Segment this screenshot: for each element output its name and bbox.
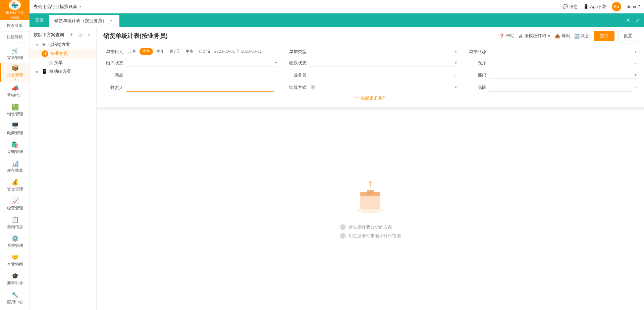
wholesale-label: 批发管理 bbox=[7, 72, 23, 78]
sidebar-item-appstore[interactable]: 🔧 应用中心 bbox=[0, 289, 29, 307]
settlement-label: 结算方式 bbox=[283, 85, 307, 91]
tree-by-salesperson[interactable]: 按 按业务员 bbox=[30, 49, 96, 58]
date-tab-last-month[interactable]: 上月 bbox=[126, 48, 138, 55]
receiver-more-btn[interactable]: ··· bbox=[274, 85, 278, 90]
query-btn[interactable]: 查询 bbox=[594, 31, 614, 41]
tree-desktop[interactable]: ▼ 🖥 电脑端方案 bbox=[30, 40, 96, 49]
refresh-btn[interactable]: 🔄 刷新 bbox=[574, 33, 590, 39]
settlement-dropdown-icon: ▼ bbox=[454, 86, 458, 89]
settlement-field: × ▼ bbox=[309, 84, 458, 91]
sidebar-item-system[interactable]: ⚙️ 系统管理 bbox=[0, 232, 29, 251]
maximize-btn[interactable]: ⤢ bbox=[633, 16, 641, 24]
date-tab-custom[interactable]: 自定义 bbox=[197, 48, 213, 55]
salesperson-more-btn[interactable]: ··· bbox=[454, 73, 458, 78]
help-btn[interactable]: ❓ 帮助 bbox=[499, 33, 515, 39]
appstore-label: 应用中心 bbox=[7, 299, 23, 305]
topbar: 办公用品行业模拟账套 ▼ 💬 消息 📱 App下载 Ea demo2 bbox=[30, 0, 644, 13]
inventory-icon: 📊 bbox=[11, 160, 19, 167]
search-menu-label[interactable]: 搜索菜单 bbox=[0, 23, 29, 29]
brand-more-btn[interactable]: ··· bbox=[634, 85, 637, 90]
quick-nav-area[interactable]: 快捷导航 bbox=[0, 32, 29, 43]
settlement-clear-btn[interactable]: × bbox=[311, 85, 315, 90]
left-panel-header: 按以下方案查询 + ⊙ « bbox=[30, 30, 96, 40]
brand-input[interactable] bbox=[489, 84, 633, 92]
date-tab-more[interactable]: 更多 bbox=[183, 48, 196, 55]
marketing-icon: 📣 bbox=[11, 85, 19, 92]
message-btn[interactable]: 💬 消息 bbox=[562, 4, 578, 10]
system-label: 系统管理 bbox=[7, 243, 23, 249]
tree-by-order[interactable]: ⊞ 按单 bbox=[30, 58, 96, 67]
sidebar-item-retail[interactable]: 🛒 零售管理 bbox=[0, 44, 29, 63]
collapse-more-btn[interactable]: ⌃⌃ 收起更多条件 bbox=[103, 93, 637, 103]
receiver-input[interactable] bbox=[126, 83, 274, 92]
department-label: 部门 bbox=[463, 72, 486, 78]
tab-close-btn[interactable]: × bbox=[109, 18, 114, 23]
add-scheme-btn[interactable]: + bbox=[68, 32, 75, 38]
date-tab-this-year[interactable]: 本年 bbox=[154, 48, 166, 55]
operation-icon: 📈 bbox=[11, 197, 19, 205]
user-name: demo2 bbox=[627, 4, 640, 9]
tab-home[interactable]: 首页 bbox=[30, 13, 49, 27]
desktop-icon: 🖥 bbox=[42, 42, 46, 47]
payment-status-select[interactable]: ▼ bbox=[309, 60, 458, 66]
collapse-panel-btn[interactable]: « bbox=[86, 32, 92, 38]
order-status-select[interactable]: ▼ bbox=[489, 48, 637, 55]
sidebar-item-operation[interactable]: 📈 经营管理 bbox=[0, 195, 29, 213]
sidebar-item-newbie[interactable]: 🎓 新手引导 bbox=[0, 270, 29, 289]
avatar[interactable]: Ea bbox=[612, 2, 621, 11]
sidebar-item-ecom[interactable]: 🖥️ 电商管理 bbox=[0, 119, 29, 138]
salesperson-scheme-icon: 按 bbox=[42, 50, 48, 57]
warehouse-more-btn[interactable]: ··· bbox=[634, 61, 637, 65]
goods-input[interactable] bbox=[126, 71, 274, 79]
date-filter: 上月 本月 本年 近7天 更多 自定义 2023-03-01 至 2023-03… bbox=[126, 48, 278, 55]
sidebar-item-purchase[interactable]: 🛍️ 采购管理 bbox=[0, 138, 29, 157]
filter-row-4: 收货人 ··· 结算方式 × ▼ 品牌 bbox=[103, 83, 637, 92]
app-download-btn[interactable]: 📱 App下载 bbox=[583, 4, 606, 10]
ecom-icon: 🖥️ bbox=[11, 122, 19, 130]
app-name: 畅捷通好生意 bbox=[6, 11, 24, 15]
warehouse-input[interactable] bbox=[489, 59, 633, 67]
stock-status-label: 出库状态 bbox=[103, 60, 123, 66]
goods-more-btn[interactable]: ··· bbox=[274, 73, 278, 78]
message-icon: 💬 bbox=[562, 4, 568, 9]
settings-btn[interactable]: 设置 bbox=[619, 31, 637, 41]
edit-scheme-btn[interactable]: ⊙ bbox=[77, 32, 84, 38]
marketing-label: 营销推广 bbox=[7, 93, 23, 98]
department-select[interactable]: ▼ bbox=[489, 72, 637, 79]
sidebar-item-finance[interactable]: 💰 资金管理 bbox=[0, 176, 29, 195]
salesperson-scheme-label: 按业务员 bbox=[50, 51, 68, 57]
sidebar-item-wechat[interactable]: 💬 企业微信 bbox=[0, 307, 29, 310]
sidebar-item-wholesale[interactable]: 📦 批发管理 ▲ bbox=[0, 63, 29, 82]
svg-marker-5 bbox=[369, 180, 372, 183]
sidebar-item-enterprise[interactable]: 🤝 企业协同 bbox=[0, 251, 29, 270]
close-tab-btn[interactable]: ✕ bbox=[624, 16, 632, 24]
basic-label: 基础信息 bbox=[7, 224, 23, 230]
sales-stat-tab-label: 销货单统计表（按业务员） bbox=[54, 18, 107, 24]
tab-sales-stat[interactable]: 销货单统计表（按业务员） × bbox=[49, 15, 119, 27]
quick-nav-label[interactable]: 快捷导航 bbox=[0, 34, 29, 40]
export-btn[interactable]: 📤 导出 bbox=[555, 33, 570, 39]
department-dropdown-icon: ▼ bbox=[634, 73, 637, 77]
empty-state: 1 请先选择要分析的方案 2 用过滤条件来缩小分析范围 bbox=[97, 110, 644, 310]
account-dropdown[interactable]: 办公用品行业模拟账套 ▼ bbox=[34, 4, 82, 10]
collapse-label: 收起更多条件 bbox=[361, 95, 387, 101]
mobile-label: 移动端方案 bbox=[49, 68, 92, 74]
newbie-label: 新手引导 bbox=[7, 280, 23, 286]
salesperson-input[interactable] bbox=[309, 71, 453, 79]
logo-icon: 🏪 bbox=[9, 0, 21, 10]
date-tab-7days[interactable]: 近7天 bbox=[168, 48, 182, 55]
date-tab-this-month[interactable]: 本月 bbox=[140, 48, 153, 55]
sidebar-item-basic[interactable]: 📋 基础信息 bbox=[0, 213, 29, 232]
tree-mobile[interactable]: ▶ 📱 移动端方案 bbox=[30, 67, 96, 76]
order-type-select[interactable]: ▼ bbox=[309, 48, 458, 55]
order-type-label: 单据类型 bbox=[283, 49, 307, 55]
stock-status-select[interactable]: ▼ bbox=[126, 60, 278, 66]
sidebar-item-inventory[interactable]: 📊 库存核算 bbox=[0, 157, 29, 176]
sidebar-item-sales[interactable]: 💹 销售管理 bbox=[0, 101, 29, 119]
sidebar-item-marketing[interactable]: 📣 营销推广 bbox=[0, 82, 29, 101]
template-print-btn[interactable]: 🖨 按模板打印 ▼ bbox=[519, 33, 551, 39]
help-label: 帮助 bbox=[506, 33, 515, 39]
dropdown-arrow-icon: ▼ bbox=[78, 5, 82, 8]
empty-tips: 1 请先选择要分析的方案 2 用过滤条件来缩小分析范围 bbox=[340, 224, 401, 242]
sidebar-search-area[interactable]: 搜索菜单 bbox=[0, 20, 29, 32]
